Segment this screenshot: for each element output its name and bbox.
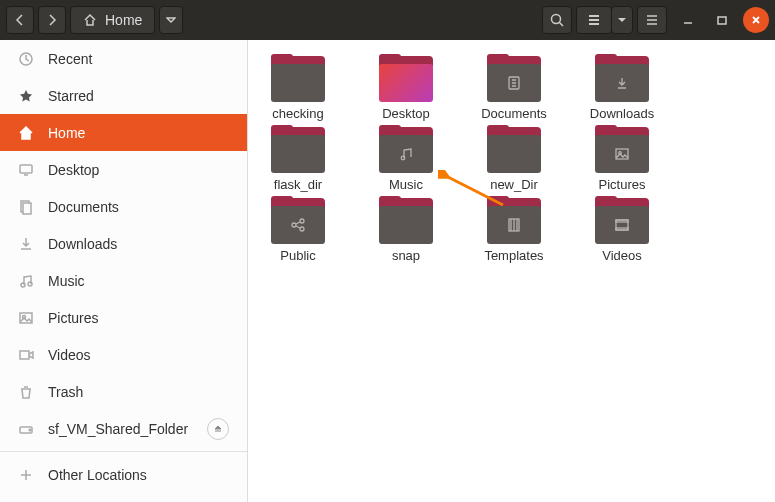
folder-desktop[interactable]: Desktop bbox=[366, 56, 446, 121]
folder-icon bbox=[379, 198, 433, 244]
folder-label: Desktop bbox=[382, 106, 430, 121]
sidebar-item-label: Music bbox=[48, 273, 85, 289]
svg-rect-10 bbox=[20, 351, 29, 359]
documents-icon bbox=[18, 199, 34, 215]
location-bar[interactable]: Home bbox=[70, 6, 155, 34]
sidebar-item-videos[interactable]: Videos bbox=[0, 336, 247, 373]
sidebar-item-label: Desktop bbox=[48, 162, 99, 178]
sidebar-item-home[interactable]: Home bbox=[0, 114, 247, 151]
sidebar-item-desktop[interactable]: Desktop bbox=[0, 151, 247, 188]
nav-forward-button[interactable] bbox=[38, 6, 66, 34]
sidebar-item-downloads[interactable]: Downloads bbox=[0, 225, 247, 262]
star-icon bbox=[18, 88, 34, 104]
folder-checking[interactable]: checking bbox=[258, 56, 338, 121]
sidebar-item-starred[interactable]: Starred bbox=[0, 77, 247, 114]
svg-rect-5 bbox=[23, 203, 31, 214]
menu-button[interactable] bbox=[637, 6, 667, 34]
folder-icon bbox=[271, 127, 325, 173]
folder-icon bbox=[379, 127, 433, 173]
sidebar-item-label: Trash bbox=[48, 384, 83, 400]
folder-label: Public bbox=[280, 248, 315, 263]
folder-label: checking bbox=[272, 106, 323, 121]
folder-pictures[interactable]: Pictures bbox=[582, 127, 662, 192]
folder-new-dir[interactable]: new_Dir bbox=[474, 127, 554, 192]
svg-point-14 bbox=[401, 156, 405, 160]
folder-label: Downloads bbox=[590, 106, 654, 121]
folder-videos[interactable]: Videos bbox=[582, 198, 662, 263]
folder-label: snap bbox=[392, 248, 420, 263]
sidebar-item-recent[interactable]: Recent bbox=[0, 40, 247, 77]
eject-button[interactable] bbox=[207, 418, 229, 440]
sidebar-item-label: Downloads bbox=[48, 236, 117, 252]
folder-flask-dir[interactable]: flask_dir bbox=[258, 127, 338, 192]
folder-icon bbox=[595, 198, 649, 244]
sidebar-item-sf-vm-shared-folder[interactable]: sf_VM_Shared_Folder bbox=[0, 410, 247, 447]
svg-rect-15 bbox=[616, 149, 628, 159]
svg-point-0 bbox=[552, 15, 561, 24]
folder-label: Templates bbox=[484, 248, 543, 263]
location-dropdown-button[interactable] bbox=[159, 6, 183, 34]
sidebar-item-label: Starred bbox=[48, 88, 94, 104]
sidebar-item-pictures[interactable]: Pictures bbox=[0, 299, 247, 336]
sidebar-other-locations[interactable]: Other Locations bbox=[0, 456, 247, 493]
svg-point-7 bbox=[28, 282, 32, 286]
folder-label: new_Dir bbox=[490, 177, 538, 192]
folder-icon bbox=[271, 56, 325, 102]
folder-icon bbox=[487, 127, 541, 173]
trash-icon bbox=[18, 384, 34, 400]
view-dropdown-button[interactable] bbox=[611, 6, 633, 34]
sidebar-item-label: Documents bbox=[48, 199, 119, 215]
folder-icon bbox=[271, 198, 325, 244]
downloads-icon bbox=[18, 236, 34, 252]
folder-music[interactable]: Music bbox=[366, 127, 446, 192]
home-icon bbox=[83, 13, 97, 27]
videos-icon bbox=[18, 347, 34, 363]
search-button[interactable] bbox=[542, 6, 572, 34]
svg-rect-1 bbox=[718, 17, 726, 24]
drive-icon bbox=[18, 421, 34, 437]
titlebar: Home bbox=[0, 0, 775, 40]
clock-icon bbox=[18, 51, 34, 67]
folder-label: flask_dir bbox=[274, 177, 322, 192]
svg-point-19 bbox=[300, 227, 304, 231]
sidebar-item-label: Videos bbox=[48, 347, 91, 363]
folder-label: Videos bbox=[602, 248, 642, 263]
sidebar-item-label: sf_VM_Shared_Folder bbox=[48, 421, 188, 437]
window-maximize-button[interactable] bbox=[709, 7, 735, 33]
folder-icon bbox=[595, 56, 649, 102]
svg-point-12 bbox=[29, 429, 31, 431]
view-list-button[interactable] bbox=[576, 6, 612, 34]
music-icon bbox=[18, 273, 34, 289]
folder-public[interactable]: Public bbox=[258, 198, 338, 263]
sidebar-item-documents[interactable]: Documents bbox=[0, 188, 247, 225]
folder-icon bbox=[487, 56, 541, 102]
folder-templates[interactable]: Templates bbox=[474, 198, 554, 263]
folder-label: Music bbox=[389, 177, 423, 192]
desktop-icon bbox=[18, 162, 34, 178]
sidebar: RecentStarredHomeDesktopDocumentsDownloa… bbox=[0, 40, 248, 502]
sidebar-item-trash[interactable]: Trash bbox=[0, 373, 247, 410]
sidebar-item-music[interactable]: Music bbox=[0, 262, 247, 299]
folder-icon bbox=[379, 56, 433, 102]
sidebar-other-locations-label: Other Locations bbox=[48, 467, 147, 483]
pictures-icon bbox=[18, 310, 34, 326]
folder-downloads[interactable]: Downloads bbox=[582, 56, 662, 121]
icon-grid: checkingDesktopDocumentsDownloadsflask_d… bbox=[258, 56, 765, 263]
home-icon bbox=[18, 125, 34, 141]
nav-back-button[interactable] bbox=[6, 6, 34, 34]
svg-point-6 bbox=[21, 283, 25, 287]
folder-snap[interactable]: snap bbox=[366, 198, 446, 263]
location-label: Home bbox=[105, 12, 142, 28]
svg-point-17 bbox=[292, 223, 296, 227]
folder-label: Pictures bbox=[599, 177, 646, 192]
plus-icon bbox=[18, 467, 34, 483]
sidebar-item-label: Recent bbox=[48, 51, 92, 67]
folder-label: Documents bbox=[481, 106, 547, 121]
folder-icon bbox=[487, 198, 541, 244]
folder-documents[interactable]: Documents bbox=[474, 56, 554, 121]
window-close-button[interactable] bbox=[743, 7, 769, 33]
sidebar-separator bbox=[0, 451, 247, 452]
svg-point-18 bbox=[300, 219, 304, 223]
window-minimize-button[interactable] bbox=[675, 7, 701, 33]
svg-rect-22 bbox=[616, 220, 628, 222]
